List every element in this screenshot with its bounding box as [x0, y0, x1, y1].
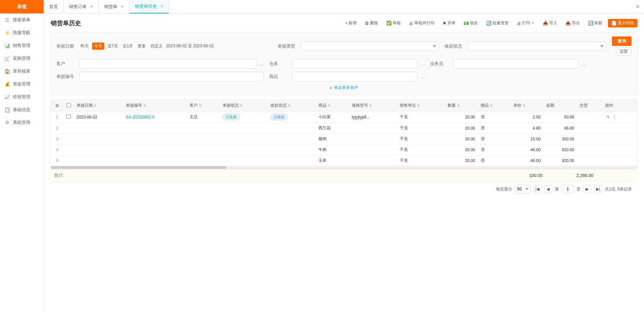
cell-goods: 玉米 [316, 155, 349, 166]
date-btn-yesterday[interactable]: 昨天 [79, 43, 90, 50]
col-pay-status[interactable]: 收款状态 ⇅ [268, 100, 316, 111]
tab-home[interactable]: 首页 [44, 0, 64, 14]
date-btn-more[interactable]: 更多 [136, 43, 147, 50]
collapse-label: 收起更多条件 [334, 85, 358, 90]
col-doc-no[interactable]: 单据编号 ⇅ [123, 100, 187, 111]
cell-doc-no[interactable]: SA-20230602-0 [123, 111, 187, 123]
warehouse-dots[interactable]: ... [420, 61, 425, 67]
page-number-input[interactable] [562, 185, 574, 193]
horizontal-scrollbar[interactable] [51, 166, 637, 169]
goods-dots[interactable]: ... [420, 74, 425, 79]
col-settings[interactable]: ⚙ [51, 100, 63, 111]
sidebar-item-ops-mgmt[interactable]: 📈 经营管理 [0, 90, 44, 103]
col-unit[interactable]: 销售单位 ⇅ [397, 100, 445, 111]
col-trade[interactable]: 交货 [577, 100, 603, 111]
col-checkbox[interactable] [63, 100, 74, 111]
audit-print-button[interactable]: 🖨 审核并打印 [406, 19, 437, 27]
print-button[interactable]: 🖨 打印 ▼ [514, 19, 537, 27]
cell-doc-no[interactable] [123, 145, 187, 155]
sidebar-item-label: 搜索菜单 [13, 17, 30, 23]
tab-sales-delivery-close[interactable]: ✕ [121, 4, 124, 9]
date-btn-7days[interactable]: 近7天 [106, 43, 119, 50]
cell-doc-no[interactable] [123, 155, 187, 166]
delete-button[interactable]: 🗑 删除 [362, 19, 381, 27]
export-button[interactable]: 📤 导出 [563, 19, 583, 27]
paystatus-select[interactable] [468, 42, 607, 51]
tab-sales-history-close[interactable]: ✕ [160, 4, 163, 8]
new-button[interactable]: + 新增 [342, 19, 360, 27]
per-page-select[interactable]: 50 100 [515, 185, 531, 193]
cell-customer [187, 123, 220, 134]
refresh-button[interactable]: 🔃 刷新 [585, 19, 605, 27]
collect-icon: 💵 [464, 21, 469, 26]
cell-rownum: 1 [51, 111, 63, 123]
tab-close-all-button[interactable]: ✕ [632, 3, 644, 10]
tab-sales-order-close[interactable]: ✕ [90, 4, 93, 9]
first-page-button[interactable]: |◀ [533, 185, 541, 193]
abandon-button[interactable]: ✖ 弃审 [440, 19, 458, 27]
tab-sales-history[interactable]: 销货单历史 ✕ [130, 0, 169, 14]
page-label: 第 [555, 186, 559, 192]
col-gift[interactable]: 赠品 ⇅ [478, 100, 511, 111]
date-btn-custom[interactable]: 自定义 [149, 43, 164, 50]
collapse-button[interactable]: ∧ 收起更多条件 [56, 85, 632, 90]
cell-checkbox[interactable] [63, 123, 74, 134]
cell-doc-no[interactable] [123, 134, 187, 145]
col-doc-date[interactable]: 单据日期 ⇅ [74, 100, 123, 111]
doctype-select[interactable] [301, 42, 440, 51]
select-all-checkbox[interactable] [66, 103, 71, 107]
customer-input[interactable] [79, 59, 256, 69]
col-spec[interactable]: 规格型号 ⇅ [349, 100, 397, 111]
filter-group-customer: 客户 ... [56, 59, 264, 69]
date-btn-1month[interactable]: 近1月 [121, 43, 135, 50]
cell-doc-no[interactable] [123, 123, 187, 134]
salesperson-dots[interactable]: ... [581, 61, 586, 67]
settings-button[interactable]: 设置 [616, 47, 632, 56]
col-unit-price[interactable]: 单价 ⇅ [511, 100, 543, 111]
warehouse-input[interactable] [292, 59, 418, 69]
table-settings-icon[interactable]: ⚙ [55, 103, 59, 108]
batch-change-button[interactable]: 🔄 批量变更 [483, 19, 511, 27]
salesperson-input[interactable] [453, 59, 579, 69]
next-page-button[interactable]: ▶ [583, 185, 591, 193]
sidebar-item-basic-info[interactable]: 📋 基础信息 [0, 103, 44, 116]
sidebar-item-search-menu[interactable]: ☰ 搜索菜单 [0, 14, 44, 26]
cell-doc-date [74, 123, 123, 134]
sidebar-item-inventory[interactable]: 🏠 库存核算 [0, 65, 44, 78]
sidebar-item-finance-mgmt[interactable]: 💰 资金管理 [0, 78, 44, 90]
scrollbar-thumb[interactable] [51, 166, 227, 169]
purchase-icon: 🛒 [4, 55, 10, 61]
col-goods[interactable]: 商品 ⇅ [316, 100, 349, 111]
query-button[interactable]: 查询 [612, 36, 632, 46]
sidebar-item-quick-nav[interactable]: ⚡ 快捷导航 [0, 26, 44, 39]
tab-sales-delivery[interactable]: 销货单 ✕ [99, 0, 130, 14]
sidebar-item-sys-mgmt[interactable]: ⚙ 系统管理 [0, 116, 44, 129]
last-page-button[interactable]: ▶| [594, 185, 602, 193]
col-qty[interactable]: 数量 ⇅ [445, 100, 478, 111]
customer-dots[interactable]: ... [259, 61, 263, 67]
cell-checkbox[interactable] [63, 111, 74, 123]
cell-checkbox[interactable] [63, 155, 74, 166]
goods-input[interactable] [292, 72, 418, 81]
cell-checkbox[interactable] [63, 134, 74, 145]
import-button[interactable]: 📥 导入 [540, 19, 560, 27]
col-doc-status[interactable]: 单据状态 ⇅ [220, 100, 268, 111]
docno-input[interactable] [79, 72, 264, 81]
cell-gift: 否 [478, 111, 511, 123]
more-action-button[interactable]: ⋮ [611, 114, 618, 120]
sidebar-item-purchase-mgmt[interactable]: 🛒 采购管理 [0, 52, 44, 65]
date-btn-today[interactable]: 今天 [92, 43, 104, 50]
cell-qty: 20.00 [445, 145, 478, 155]
col-amount[interactable]: 金额 [543, 100, 577, 111]
row-checkbox[interactable] [66, 114, 71, 119]
show-detail-button[interactable]: 📄 显示明细 [608, 19, 637, 27]
col-customer[interactable]: 客户 ⇅ [187, 100, 220, 111]
audit-button[interactable]: ✅ 审核 [384, 19, 403, 27]
cell-checkbox[interactable] [63, 145, 74, 155]
cell-spec [349, 123, 397, 134]
tab-sales-order[interactable]: 销售订单 ✕ [64, 0, 99, 14]
prev-page-button[interactable]: ◀ [544, 185, 552, 193]
edit-action-button[interactable]: ✎ [605, 114, 611, 120]
collect-button[interactable]: 💵 收款 [461, 19, 481, 27]
sidebar-item-sales-mgmt[interactable]: 📊 销售管理 [0, 39, 44, 52]
